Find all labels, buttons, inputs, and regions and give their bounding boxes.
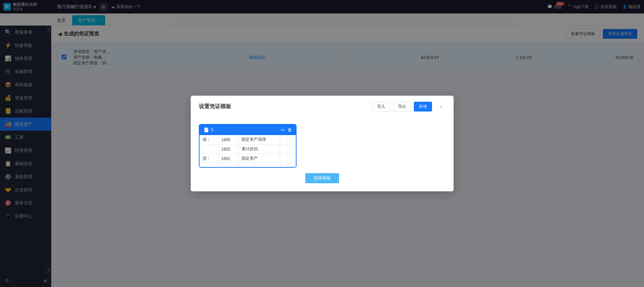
modal-set-template: 设置凭证模板 导入 导出 新增 × [191, 96, 454, 191]
modal-title: 设置凭证模板 [199, 103, 231, 110]
template-card-header: 📄 5-5-固定资产减少 5-固定资产减少 ✏ 🗑 [200, 125, 296, 135]
modal-overlay[interactable]: 设置凭证模板 导入 导出 新增 × [51, 26, 644, 287]
delete-icon[interactable]: 🗑 [287, 127, 292, 132]
template-entry-row: 1602 累计折旧 [200, 145, 296, 154]
template-name: 5-5-固定资产减少 [211, 127, 215, 132]
entry-debit [280, 145, 287, 154]
entry-code: 1602 [218, 145, 239, 154]
entry-name: 累计折旧 [239, 145, 280, 154]
template-entry-row [200, 163, 296, 167]
modal-close-button[interactable]: × [437, 103, 446, 111]
template-body: 借： 1606 固定资产清理 1602 [200, 135, 296, 167]
entry-code: 1606 [218, 135, 239, 145]
entry-name [239, 163, 280, 167]
entry-code: 1601 [218, 154, 239, 163]
main-layout: ▲ 🔍 搜索菜单 ⚡ 快捷导航 📊 销售管理 🛒 采购管理 📦 库存核算 [0, 26, 644, 287]
entry-debit [280, 163, 287, 167]
entry-code [218, 163, 239, 167]
modal-header: 设置凭证模板 导入 导出 新增 × [191, 96, 454, 116]
modal-actions: 导入 导出 新增 [372, 102, 432, 111]
import-button[interactable]: 导入 [372, 102, 390, 111]
entry-credit [288, 135, 296, 145]
template-header-actions: ✏ 🗑 [281, 127, 292, 132]
template-header-left: 📄 5-5-固定资产减少 5-固定资产减少 [204, 127, 215, 132]
entry-debit [280, 135, 287, 145]
template-entry-row: 借： 1606 固定资产清理 [200, 135, 296, 145]
entry-name: 固定资产 [239, 154, 280, 163]
entry-credit [288, 163, 296, 167]
entry-direction [200, 163, 218, 167]
entry-credit [288, 154, 296, 163]
entry-debit [280, 154, 287, 163]
template-card: 📄 5-5-固定资产减少 5-固定资产减少 ✏ 🗑 [199, 124, 297, 168]
template-doc-icon: 📄 [204, 127, 209, 132]
template-entries-table: 借： 1606 固定资产清理 1602 [200, 135, 296, 167]
entry-name: 固定资产清理 [239, 135, 280, 145]
new-button[interactable]: 新增 [414, 102, 432, 111]
entry-direction [200, 145, 218, 154]
entry-direction: 贷： [200, 154, 218, 163]
select-template-button[interactable]: 选择模板 [305, 173, 339, 183]
main-content: ◀ 生成的凭证预览 批量凭证模板 全部生成凭证 [51, 26, 644, 287]
entry-credit [288, 145, 296, 154]
edit-icon[interactable]: ✏ [281, 127, 285, 132]
template-entry-row: 贷： 1601 固定资产 [200, 154, 296, 163]
export-button[interactable]: 导出 [393, 102, 411, 111]
modal-body: 📄 5-5-固定资产减少 5-固定资产减少 ✏ 🗑 [191, 116, 454, 191]
entry-direction: 借： [200, 135, 218, 145]
window-controls: × [437, 103, 446, 111]
